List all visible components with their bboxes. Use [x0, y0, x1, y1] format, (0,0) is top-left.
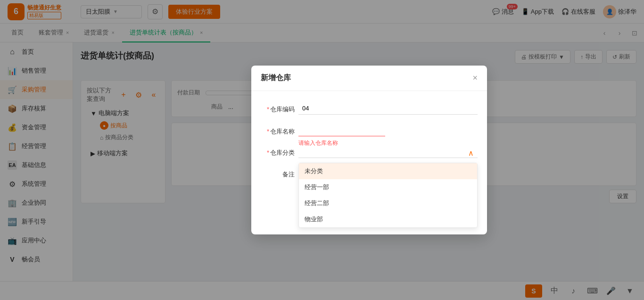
form-item-name: 仓库名称 请输入仓库名称: [261, 124, 478, 136]
form-item-category: 仓库分类 ∧ 未分类 经营一部 经营二部 物业部: [261, 146, 478, 158]
modal-header: 新增仓库 ×: [251, 66, 487, 91]
code-label: 仓库编码: [261, 102, 298, 114]
code-input[interactable]: [298, 102, 478, 115]
category-input[interactable]: [298, 146, 478, 158]
form-item-code: 仓库编码: [261, 102, 478, 115]
modal-title: 新增仓库: [261, 73, 291, 83]
modal-close-button[interactable]: ×: [472, 73, 478, 83]
note-label: 备注: [261, 167, 298, 179]
category-arrow-icon[interactable]: ∧: [468, 149, 474, 158]
dropdown-item-2[interactable]: 经营二部: [299, 195, 477, 211]
modal-body: 仓库编码 仓库名称 请输入仓库名称 仓库分类 ∧ 未分类 经营一部 经营二部: [251, 91, 487, 203]
dropdown-item-1[interactable]: 经营一部: [299, 179, 477, 195]
name-label: 仓库名称: [261, 125, 298, 136]
dropdown-item-0[interactable]: 未分类: [299, 163, 477, 179]
name-input[interactable]: [298, 124, 385, 136]
category-label: 仓库分类: [261, 146, 298, 157]
category-dropdown: 未分类 经营一部 经营二部 物业部: [298, 163, 478, 228]
add-warehouse-modal: 新增仓库 × 仓库编码 仓库名称 请输入仓库名称 仓库分类 ∧ 未分类: [251, 66, 487, 234]
category-select-wrap: ∧ 未分类 经营一部 经营二部 物业部: [298, 146, 478, 158]
dropdown-item-3[interactable]: 物业部: [299, 211, 477, 227]
